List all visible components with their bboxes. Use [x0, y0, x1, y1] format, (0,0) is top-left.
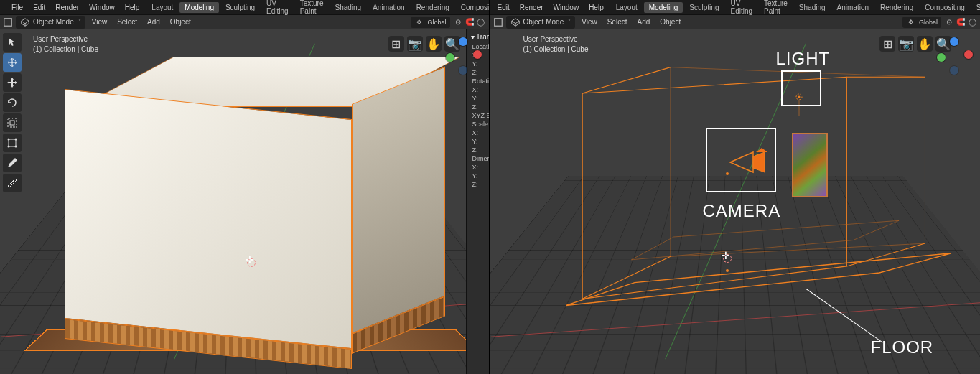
- nav-gizmo[interactable]: [937, 37, 973, 73]
- snap-icon[interactable]: 🧲: [465, 17, 475, 27]
- proportional-icon[interactable]: ◯: [476, 17, 486, 27]
- svg-line-18: [582, 256, 671, 299]
- menu-window[interactable]: Window: [85, 2, 119, 13]
- tool-measure[interactable]: [3, 174, 22, 192]
- menu-help[interactable]: Help: [121, 2, 144, 13]
- pan-icon[interactable]: ✋: [917, 36, 933, 52]
- orientation-icon: ✥: [414, 17, 424, 27]
- pan-icon[interactable]: ✋: [426, 36, 442, 52]
- header-object[interactable]: Object: [167, 17, 195, 27]
- pivot-icon[interactable]: ⊙: [453, 17, 463, 27]
- menu-edit[interactable]: Edit: [29, 2, 50, 13]
- tab-sculpting[interactable]: Sculpting: [684, 2, 724, 13]
- menu-window[interactable]: Window: [549, 2, 584, 13]
- npanel-scale-z[interactable]: Z:: [467, 146, 489, 154]
- tool-transform[interactable]: [3, 134, 22, 152]
- gizmo-x[interactable]: [964, 50, 973, 59]
- header-select[interactable]: Select: [604, 17, 631, 27]
- tab-uvediting[interactable]: UV Editing: [261, 0, 294, 17]
- orientation-dropdown[interactable]: ✥ Global: [411, 17, 449, 28]
- orientation-dropdown[interactable]: ✥ Global: [902, 17, 941, 28]
- tab-animation[interactable]: Animation: [832, 2, 874, 13]
- gizmo-z[interactable]: [459, 37, 467, 46]
- nav-gizmo[interactable]: [446, 37, 482, 73]
- n-panel[interactable]: ▾ Transform Location X: Y: Z: Rotation X…: [466, 29, 489, 374]
- editor-type-icon[interactable]: [493, 17, 503, 27]
- menu-edit[interactable]: Edit: [493, 2, 514, 13]
- menu-file[interactable]: File: [7, 2, 27, 13]
- mode-dropdown[interactable]: Object Mode: [16, 16, 85, 29]
- tool-annotate[interactable]: [3, 154, 22, 172]
- tab-rendering[interactable]: Rendering: [411, 2, 454, 13]
- tab-layout[interactable]: Layout: [146, 2, 178, 13]
- tab-compositing[interactable]: Compositing: [920, 2, 970, 13]
- viewport-3d[interactable]: User Perspective (1) Collection | Cube ⊞…: [0, 29, 489, 374]
- menu-render[interactable]: Render: [51, 2, 83, 13]
- mode-dropdown[interactable]: Object Mode: [506, 16, 576, 29]
- tab-shading[interactable]: Shading: [330, 2, 366, 13]
- tool-scale[interactable]: [3, 113, 22, 132]
- tab-layout[interactable]: Layout: [611, 2, 643, 13]
- gizmo-y[interactable]: [446, 53, 454, 62]
- header-view[interactable]: View: [88, 17, 111, 27]
- object-mode-icon: [510, 17, 521, 27]
- anno-camera-box: [706, 128, 776, 192]
- svg-rect-7: [9, 139, 16, 146]
- tool-move[interactable]: [3, 73, 22, 92]
- camera-view-icon[interactable]: 📷: [407, 36, 423, 52]
- tab-uvediting[interactable]: UV Editing: [725, 0, 757, 17]
- gizmo-neg[interactable]: [459, 66, 467, 75]
- viewport-header-right: Object Mode View Select Add Object ✥ Glo…: [490, 14, 981, 29]
- npanel-scale-y[interactable]: Y:: [467, 137, 489, 146]
- npanel-xyz[interactable]: XYZ Euler: [467, 111, 489, 120]
- gizmo-neg[interactable]: [950, 66, 958, 75]
- tab-rendering[interactable]: Rendering: [875, 2, 918, 13]
- tab-modeling[interactable]: Modeling: [644, 2, 683, 13]
- svg-marker-19: [631, 220, 899, 260]
- anno-floor-label: FLOOR: [871, 337, 934, 357]
- gizmo-y[interactable]: [937, 53, 946, 62]
- image-plane[interactable]: [792, 133, 828, 197]
- gizmo-x[interactable]: [473, 50, 482, 59]
- menu-help[interactable]: Help: [584, 2, 608, 13]
- svg-rect-3: [4, 18, 12, 26]
- proportional-icon[interactable]: ◯: [967, 17, 977, 27]
- tab-texturepaint[interactable]: Texture Paint: [759, 0, 793, 17]
- gizmos-toggle-icon[interactable]: ⊞: [388, 36, 404, 52]
- npanel-rot-x[interactable]: X:: [467, 85, 489, 94]
- npanel-dim-y[interactable]: Y:: [467, 172, 489, 180]
- editor-type-icon[interactable]: [3, 17, 13, 27]
- tool-select-box[interactable]: [3, 33, 22, 52]
- menu-render[interactable]: Render: [515, 2, 548, 13]
- anno-camera-label: CAMERA: [703, 201, 781, 221]
- gizmos-toggle-icon[interactable]: ⊞: [879, 36, 895, 52]
- pivot-icon[interactable]: ⊙: [944, 17, 954, 27]
- npanel-dim-z[interactable]: Z:: [467, 180, 489, 189]
- header-add[interactable]: Add: [144, 17, 164, 27]
- header-view[interactable]: View: [578, 17, 601, 27]
- tab-modeling[interactable]: Modeling: [179, 2, 219, 13]
- header-add[interactable]: Add: [634, 17, 654, 27]
- npanel-dim-x[interactable]: X:: [467, 163, 489, 172]
- tab-sculpting[interactable]: Sculpting: [220, 2, 260, 13]
- gizmo-z[interactable]: [950, 37, 958, 46]
- snap-icon[interactable]: 🧲: [956, 17, 966, 27]
- tool-rotate[interactable]: [3, 93, 22, 112]
- header-select[interactable]: Select: [113, 17, 141, 27]
- header-object[interactable]: Object: [656, 17, 684, 27]
- viewport-hint: User Perspective (1) Collection | Cube: [33, 34, 98, 55]
- tab-scripting[interactable]: Scripting: [971, 2, 980, 13]
- left-pane: File Edit Render Window Help Layout Mode…: [0, 0, 490, 374]
- npanel-rot-y[interactable]: Y:: [467, 94, 489, 103]
- object-mode-icon: [20, 17, 30, 27]
- mode-label: Object Mode: [33, 18, 74, 26]
- npanel-rot-z[interactable]: Z:: [467, 103, 489, 111]
- viewport-3d-right[interactable]: User Perspective (1) Collection | Cube ⊞…: [490, 29, 981, 374]
- npanel-scale-x[interactable]: X:: [467, 128, 489, 137]
- camera-view-icon[interactable]: 📷: [898, 36, 914, 52]
- tab-texturepaint[interactable]: Texture Paint: [295, 0, 329, 17]
- tab-animation[interactable]: Animation: [368, 2, 409, 13]
- tab-shading[interactable]: Shading: [794, 2, 831, 13]
- tool-cursor[interactable]: [3, 53, 22, 72]
- cube-solid[interactable]: [65, 61, 452, 348]
